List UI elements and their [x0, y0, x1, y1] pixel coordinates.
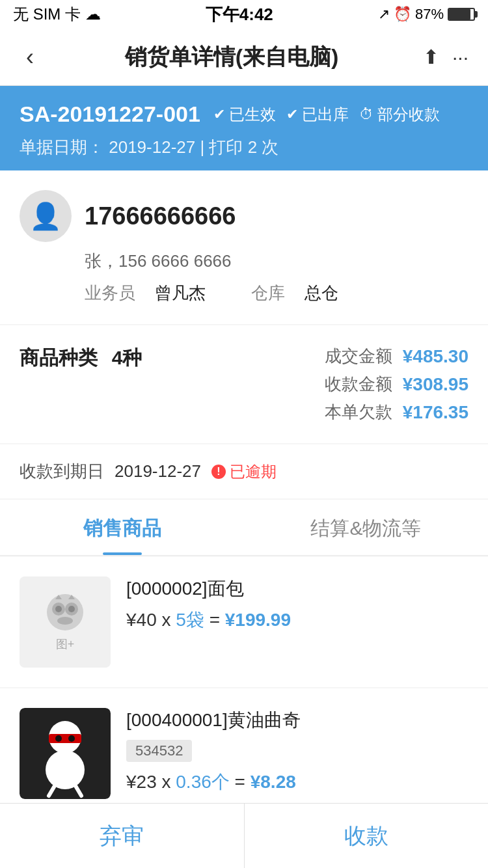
product-eq-1: = [204, 610, 225, 630]
date-label: 单据日期： [20, 137, 104, 157]
status-time: 下午4:42 [206, 3, 273, 26]
stats-left: 商品种类 4种 [20, 345, 142, 372]
received-value: ¥308.95 [403, 374, 468, 395]
warehouse-label: 仓库 [251, 282, 285, 305]
product-info-2: [000400001]黄油曲奇 534532 ¥23 x 0.36个 = ¥8.… [126, 708, 468, 794]
customer-phone: 17666666666 [85, 202, 236, 230]
order-date-row: 单据日期： 2019-12-27 | 打印 2 次 [20, 136, 468, 159]
tab-products[interactable]: 销售商品 [0, 500, 244, 555]
confirm-button[interactable]: 收款 [245, 804, 489, 868]
type-count: 4种 [112, 347, 142, 368]
sales-label: 业务员 [85, 282, 135, 305]
clock-icon: ⏱ [359, 106, 373, 123]
stats-right: 成交金额 ¥485.30 收款金额 ¥308.95 本单欠款 ¥176.35 [325, 345, 468, 424]
table-row: 图+ [0000002]面包 ¥40 x 5袋 = ¥199.99 [0, 557, 488, 687]
svg-point-13 [68, 735, 75, 742]
order-date: 2019-12-27 [109, 137, 195, 157]
debt-value: ¥176.35 [403, 402, 468, 423]
product-total-1: ¥199.99 [225, 610, 291, 630]
due-date: 2019-12-27 [115, 461, 201, 481]
cancel-label: 弃审 [100, 821, 144, 851]
avatar: 👤 [20, 190, 72, 242]
svg-point-5 [68, 606, 75, 612]
battery-percent: 87% [415, 6, 444, 23]
cookie-svg [20, 708, 111, 799]
product-thumbnail-1: 图+ [20, 576, 111, 668]
badge-partial-label: 部分收款 [377, 104, 440, 125]
svg-point-12 [55, 735, 62, 742]
cancel-button[interactable]: 弃审 [0, 804, 245, 868]
bottom-action-bar: 弃审 收款 [0, 803, 488, 868]
amount-value: ¥485.30 [403, 346, 468, 367]
order-id: SA-20191227-001 [20, 102, 200, 127]
badge-partial: ⏱ 部分收款 [359, 104, 440, 125]
check-icon: ✔ [213, 106, 225, 123]
battery-icon [448, 8, 475, 21]
overdue-dot-icon: ! [211, 465, 226, 479]
status-left: 无 SIM 卡 ☁ [13, 4, 101, 25]
product-price-base-2: ¥23 x [126, 772, 176, 792]
product-info-1: [0000002]面包 ¥40 x 5袋 = ¥199.99 [126, 576, 468, 632]
product-price-2: ¥23 x 0.36个 = ¥8.28 [126, 770, 468, 794]
sim-label: 无 SIM 卡 ☁ [13, 4, 101, 25]
product-qty-1: 5袋 [176, 610, 204, 630]
location-icon: ↗ [378, 6, 390, 23]
received-label: 收款金额 [325, 373, 392, 396]
svg-point-6 [57, 617, 73, 625]
nav-bar: ‹ 销货单详情(来自电脑) ⬆ ··· [0, 29, 488, 86]
svg-rect-11 [49, 734, 81, 743]
product-name-1: [0000002]面包 [126, 576, 468, 601]
customer-main-row: 👤 17666666666 [20, 190, 468, 242]
type-label: 商品种类 [20, 347, 98, 368]
stats-section: 商品种类 4种 成交金额 ¥485.30 收款金额 ¥308.95 本单欠款 ¥… [0, 325, 488, 443]
alarm-icon: ⏰ [394, 6, 411, 23]
order-header-banner: SA-20191227-001 ✔ 已生效 ✔ 已出库 ⏱ 部分收款 单据日期：… [0, 86, 488, 170]
back-button[interactable]: ‹ [20, 37, 40, 77]
svg-point-1 [47, 594, 83, 631]
amount-row: 成交金额 ¥485.30 [325, 345, 468, 368]
product-price-base-1: ¥40 x [126, 610, 176, 630]
more-button[interactable]: ··· [452, 46, 468, 68]
svg-point-4 [55, 606, 62, 612]
page-title: 销货单详情(来自电脑) [125, 42, 339, 72]
print-info: | 打印 2 次 [200, 137, 278, 157]
product-sku-2: 534532 [126, 740, 192, 762]
status-bar: 无 SIM 卡 ☁ 下午4:42 ↗ ⏰ 87% [0, 0, 488, 29]
product-name-2: [000400001]黄油曲奇 [126, 708, 468, 733]
customer-contact: 张，156 6666 6666 [20, 250, 468, 273]
debt-row: 本单欠款 ¥176.35 [325, 401, 468, 424]
product-thumbnail-2 [20, 708, 111, 799]
table-row: [000400001]黄油曲奇 534532 ¥23 x 0.36个 = ¥8.… [0, 688, 488, 819]
badge-shipped-label: 已出库 [302, 104, 349, 125]
badge-effective-label: 已生效 [229, 104, 276, 125]
product-type-row: 商品种类 4种 [20, 345, 142, 372]
nav-right-actions: ⬆ ··· [423, 46, 468, 68]
tab-bar: 销售商品 结算&物流等 [0, 500, 488, 556]
sales-name: 曾凡杰 [155, 282, 206, 305]
product-total-2: ¥8.28 [251, 772, 296, 792]
tab-settlement[interactable]: 结算&物流等 [244, 500, 488, 555]
svg-text:图+: 图+ [56, 638, 75, 651]
overdue-text: 已逾期 [230, 461, 277, 482]
badge-effective: ✔ 已生效 [213, 104, 276, 125]
product-qty-2: 0.36个 [176, 772, 230, 792]
due-label: 收款到期日 [20, 460, 104, 483]
battery-fill [449, 9, 470, 20]
product-eq-2: = [230, 772, 251, 792]
customer-section: 👤 17666666666 张，156 6666 6666 业务员 曾凡杰 仓库… [0, 170, 488, 324]
confirm-label: 收款 [344, 821, 388, 851]
share-button[interactable]: ⬆ [423, 46, 439, 68]
status-right: ↗ ⏰ 87% [378, 6, 475, 23]
bread-svg: 图+ [20, 576, 111, 668]
order-badges: ✔ 已生效 ✔ 已出库 ⏱ 部分收款 [213, 104, 440, 125]
debt-label: 本单欠款 [325, 401, 392, 424]
check-icon-2: ✔ [286, 106, 298, 123]
received-row: 收款金额 ¥308.95 [325, 373, 468, 396]
svg-point-10 [46, 750, 85, 789]
overdue-badge: ! 已逾期 [211, 461, 277, 482]
badge-shipped: ✔ 已出库 [286, 104, 349, 125]
customer-meta: 业务员 曾凡杰 仓库 总仓 [20, 282, 468, 305]
amount-label: 成交金额 [325, 345, 392, 368]
product-price-1: ¥40 x 5袋 = ¥199.99 [126, 608, 468, 632]
avatar-icon: 👤 [29, 201, 62, 232]
